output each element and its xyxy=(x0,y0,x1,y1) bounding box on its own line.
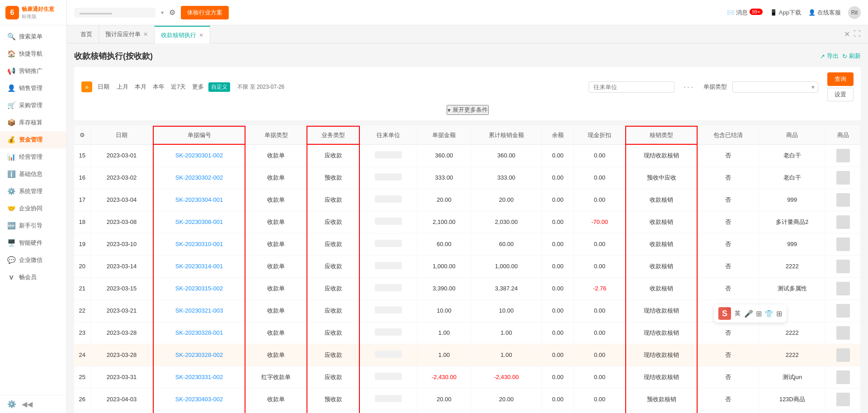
message-button[interactable]: ✉️ 消息 99+ xyxy=(727,9,763,17)
single-no-link[interactable]: SK-20230328-001 xyxy=(175,329,223,336)
th-date[interactable]: 日期 xyxy=(90,126,153,144)
hardware-icon: 🖥️ xyxy=(7,239,15,247)
date-label: 日期 xyxy=(98,83,109,91)
filter-date-more[interactable]: 更多 xyxy=(190,82,206,92)
th-cumulative[interactable]: 累计核销金额 xyxy=(471,126,542,144)
td-partner xyxy=(359,211,417,233)
online-service-button[interactable]: 👤 在线客服 xyxy=(808,9,841,17)
expand-icon: ▾ xyxy=(448,107,451,114)
sidebar-item-hardware[interactable]: 🖥️ 智能硬件 xyxy=(0,234,66,252)
filter-date-7days[interactable]: 近7天 xyxy=(169,82,188,92)
tab-home[interactable]: 首页 xyxy=(74,25,99,43)
sidebar-item-member[interactable]: V 畅会员 xyxy=(0,269,66,286)
filter-date-this-year[interactable]: 本年 xyxy=(151,82,166,92)
th-gear[interactable]: ⚙ xyxy=(74,126,90,144)
table-row: 20 2023-03-14 SK-20230314-001 收款单 应收款 1,… xyxy=(74,255,861,277)
table-body: 15 2023-03-01 SK-20230301-002 收款单 应收款 36… xyxy=(74,144,861,413)
th-partner[interactable]: 往来单位 xyxy=(359,126,417,144)
refresh-button[interactable]: ↻ 刷新 xyxy=(842,52,861,60)
tab-collection[interactable]: 收款核销执行 ✕ xyxy=(155,26,210,44)
apps-icon: ⊞ xyxy=(776,309,782,318)
header-search-bar[interactable]: ▬▬▬▬▬▬ xyxy=(74,8,156,18)
th-single-no[interactable]: 单据编号 xyxy=(153,126,245,144)
th-discount[interactable]: 现金折扣 xyxy=(574,126,626,144)
single-no-link[interactable]: SK-20230304-001 xyxy=(175,196,223,203)
header-chevron-icon[interactable]: ▾ xyxy=(161,9,164,16)
weixin-icon: 💬 xyxy=(7,256,15,264)
td-cumulative: 2,030.00 xyxy=(471,211,542,233)
filter-date-last-month[interactable]: 上月 xyxy=(115,82,130,92)
filter-row: » 日期 上月 本月 本年 近7天 更多 自定义 不限 至 2023-07-26… xyxy=(81,72,854,101)
tab-close-all-icon[interactable]: ✕ xyxy=(844,30,850,38)
sidebar-item-system[interactable]: ⚙️ 系统管理 xyxy=(0,183,66,200)
th-biz-type[interactable]: 业务类型 xyxy=(307,126,359,144)
single-no-link[interactable]: SK-20230328-002 xyxy=(175,351,223,358)
single-no-link[interactable]: SK-20230314-001 xyxy=(175,263,223,270)
filter-date-custom[interactable]: 自定义 xyxy=(208,82,230,92)
sidebar-item-marketing[interactable]: 📢 营销推广 xyxy=(0,62,66,80)
tab-prepay-close-icon[interactable]: ✕ xyxy=(143,31,148,38)
tab-prepay[interactable]: 预计应应付单 ✕ xyxy=(99,25,155,43)
td-amount: 1.00 xyxy=(417,344,471,366)
tab-expand-icon[interactable]: ⛶ xyxy=(854,30,861,38)
setting-button[interactable]: 设置 xyxy=(827,88,854,101)
type-select[interactable] xyxy=(732,81,818,93)
single-no-link[interactable]: SK-20230310-001 xyxy=(175,241,223,247)
single-no-link[interactable]: SK-20230315-002 xyxy=(175,285,223,292)
th-product2[interactable]: 商品 xyxy=(826,126,861,144)
td-product2 xyxy=(826,344,861,366)
sidebar-item-operation[interactable]: 📊 经营管理 xyxy=(0,148,66,166)
sidebar-item-basic[interactable]: ℹ️ 基础信息 xyxy=(0,166,66,183)
sidebar-item-purchase[interactable]: 🛒 采购管理 xyxy=(0,97,66,114)
td-amount: 20.00 xyxy=(417,189,471,211)
filter-date-this-month[interactable]: 本月 xyxy=(133,82,148,92)
unit-input[interactable] xyxy=(589,81,675,93)
th-sale-type[interactable]: 核销类型 xyxy=(626,126,697,144)
td-balance: 0.00 xyxy=(542,233,574,255)
service-icon: 👤 xyxy=(808,9,816,16)
td-single-no: SK-20230308-001 xyxy=(153,211,245,233)
sidebar-item-sales[interactable]: 👤 销售管理 xyxy=(0,80,66,97)
sidebar-item-finance[interactable]: 💰 资金管理 xyxy=(0,131,66,148)
sidebar-item-weixin[interactable]: 💬 企业微信 xyxy=(0,252,66,269)
filter-toggle-button[interactable]: » xyxy=(81,81,92,92)
top-header: ▬▬▬▬▬▬ ▾ ⚙ 体验行业方案 ✉️ 消息 99+ 📱 App下载 👤 在线… xyxy=(67,0,868,25)
th-include-cleared[interactable]: 包含已结清 xyxy=(697,126,759,144)
industry-solution-button[interactable]: 体验行业方案 xyxy=(181,6,229,19)
mic-icon: 🎤 xyxy=(744,309,753,318)
page-title: 收款核销执行(按收款) xyxy=(74,51,153,62)
sidebar-item-search[interactable]: 🔍 搜索菜单 xyxy=(0,28,66,45)
single-no-link[interactable]: SK-20230302-002 xyxy=(175,174,223,181)
sidebar-item-quick-nav[interactable]: 🏠 快捷导航 xyxy=(0,45,66,62)
user-avatar[interactable]: Rit xyxy=(848,6,861,19)
single-no-link[interactable]: SK-20230321-003 xyxy=(175,307,223,314)
sidebar-item-guide[interactable]: 🆕 新手引导 xyxy=(0,217,66,234)
th-balance[interactable]: 余额 xyxy=(542,126,574,144)
sidebar-item-inventory[interactable]: 📦 库存核算 xyxy=(0,114,66,131)
td-amount: 1.00 xyxy=(417,322,471,344)
export-button[interactable]: ↗ 导出 xyxy=(820,52,839,60)
sidebar-item-corp[interactable]: 🤝 企业协同 xyxy=(0,200,66,217)
header-gear-icon[interactable]: ⚙ xyxy=(169,8,175,17)
td-amount: 60.00 xyxy=(417,233,471,255)
th-single-type[interactable]: 单据类型 xyxy=(245,126,307,144)
settings-footer-icon[interactable]: ⚙️ xyxy=(7,400,16,408)
single-no-link[interactable]: SK-20230308-001 xyxy=(175,218,223,225)
single-no-link[interactable]: SK-20230403-002 xyxy=(175,396,223,403)
td-cumulative: 10.00 xyxy=(471,299,542,322)
th-amount[interactable]: 单据金额 xyxy=(417,126,471,144)
td-single-no: SK-20230408-001 xyxy=(153,410,245,413)
expand-more-button[interactable]: ▾ 展开更多条件 xyxy=(447,105,489,115)
single-no-link[interactable]: SK-20230301-002 xyxy=(175,152,223,159)
td-sale-type: 现结收款核销 xyxy=(626,322,697,344)
query-button[interactable]: 查询 xyxy=(827,72,854,86)
app-download-button[interactable]: 📱 App下载 xyxy=(770,9,801,17)
td-cumulative: 1.00 xyxy=(471,344,542,366)
th-product[interactable]: 商品 xyxy=(759,126,826,144)
tab-collection-close-icon[interactable]: ✕ xyxy=(199,32,203,38)
single-no-link[interactable]: SK-20230331-002 xyxy=(175,374,223,380)
collapse-icon[interactable]: ◀◀ xyxy=(22,400,33,408)
td-biz-type: 应收款 xyxy=(307,255,359,277)
filter-date-options: 上月 本月 本年 近7天 更多 自定义 xyxy=(115,82,230,92)
td-single-no: SK-20230403-002 xyxy=(153,388,245,410)
